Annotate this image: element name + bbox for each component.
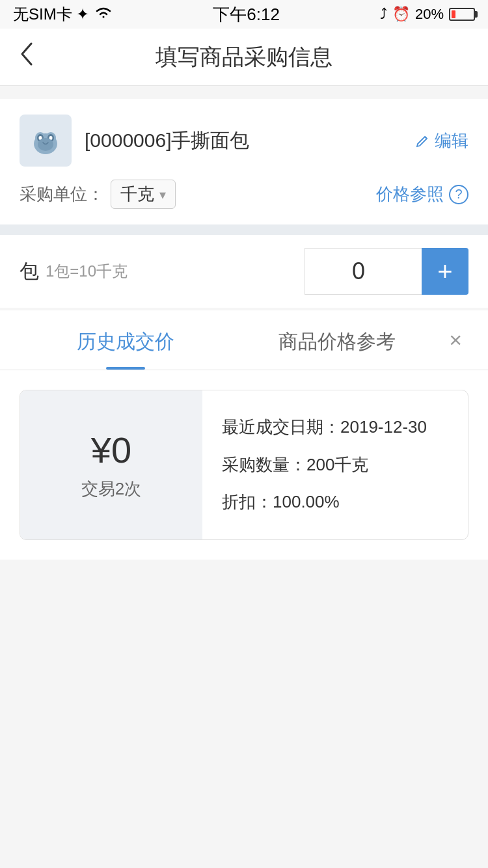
unit-select[interactable]: 千克 ▾ (111, 180, 176, 209)
location-icon: ⤴ (380, 6, 387, 23)
edit-label: 编辑 (435, 129, 468, 152)
product-thumbnail (20, 115, 72, 167)
unit-value: 千克 (120, 183, 154, 206)
price-amount: 0 (111, 429, 131, 470)
product-left: [0000006]手撕面包 (20, 115, 249, 167)
battery-icon (449, 8, 475, 21)
tab-content-history: ¥0 交易2次 最近成交日期：2019-12-30 采购数量：200千克 折扣：… (0, 370, 488, 560)
carrier-text: 无SIM卡 ✦ (13, 4, 89, 25)
quantity-plus-button[interactable]: + (422, 248, 468, 295)
unit-label: 采购单位： (20, 183, 104, 206)
quantity-input-group: + (305, 248, 468, 295)
purchase-qty-label: 采购数量： (222, 455, 306, 474)
tab-history-price[interactable]: 历史成交价 (20, 310, 231, 370)
price-ref-button[interactable]: 价格参照 ? (376, 183, 468, 206)
back-button[interactable] (18, 41, 34, 73)
battery-percent: 20% (415, 6, 444, 23)
alarm-icon: ⏰ (392, 6, 410, 23)
history-price-card: ¥0 交易2次 最近成交日期：2019-12-30 采购数量：200千克 折扣：… (20, 390, 468, 540)
price-ref-help-icon: ? (449, 185, 468, 204)
status-left: 无SIM卡 ✦ (13, 4, 113, 25)
tab-product-price-ref[interactable]: 商品价格参考 (231, 310, 442, 370)
edit-button[interactable]: 编辑 (415, 129, 468, 152)
price-ref-label: 价格参照 (376, 183, 444, 206)
quantity-label-group: 包 1包=10千克 (20, 258, 128, 285)
tabs-header: 历史成交价 商品价格参考 × (0, 310, 488, 370)
purchase-qty-row: 采购数量：200千克 (222, 452, 448, 479)
section-divider (0, 224, 488, 235)
quantity-input[interactable] (305, 248, 422, 295)
quantity-hint: 1包=10千克 (46, 261, 128, 282)
recent-date-row: 最近成交日期：2019-12-30 (222, 414, 448, 441)
tab-close-button[interactable]: × (442, 321, 468, 359)
wifi-icon (94, 5, 113, 23)
quantity-row: 包 1包=10千克 + (0, 235, 488, 308)
status-time: 下午6:12 (213, 3, 280, 26)
recent-date-label: 最近成交日期： (222, 417, 340, 437)
status-right: ⤴ ⏰ 20% (380, 6, 475, 23)
purchase-qty-value: 200千克 (306, 455, 368, 474)
history-price-left: ¥0 交易2次 (20, 390, 202, 539)
history-price-right: 最近成交日期：2019-12-30 采购数量：200千克 折扣：100.00% (202, 390, 468, 539)
tabs-panel: 历史成交价 商品价格参考 × ¥0 交易2次 最近成交日期：2019-12-30… (0, 310, 488, 560)
unit-selector-group: 采购单位： 千克 ▾ (20, 180, 176, 209)
discount-value: 100.00% (273, 492, 340, 511)
nav-bar: 填写商品采购信息 (0, 29, 488, 86)
product-card: [0000006]手撕面包 编辑 采购单位： 千克 ▾ 价格参照 ? (0, 99, 488, 224)
recent-date-value: 2019-12-30 (340, 417, 427, 437)
currency-symbol: ¥ (91, 429, 111, 470)
product-name: [0000006]手撕面包 (85, 128, 249, 154)
history-price-value: ¥0 (91, 429, 131, 471)
quantity-unit: 包 (20, 258, 39, 285)
main-background (0, 560, 488, 868)
unit-dropdown-arrow: ▾ (159, 187, 166, 202)
discount-row: 折扣：100.00% (222, 489, 448, 516)
page-title: 填写商品采购信息 (156, 42, 332, 72)
product-unit-row: 采购单位： 千克 ▾ 价格参照 ? (20, 180, 468, 209)
discount-label: 折扣： (222, 492, 273, 511)
history-trades-count: 交易2次 (81, 478, 141, 500)
product-header: [0000006]手撕面包 编辑 (20, 115, 468, 167)
status-bar: 无SIM卡 ✦ 下午6:12 ⤴ ⏰ 20% (0, 0, 488, 29)
